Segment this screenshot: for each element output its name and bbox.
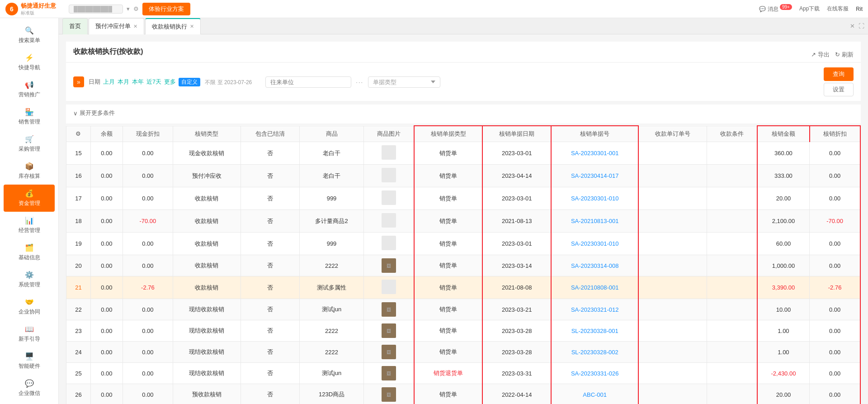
refresh-btn[interactable]: ↻ 刷新 <box>835 51 854 59</box>
cell-receipt-order-no <box>638 384 707 404</box>
sidebar-item-search[interactable]: 🔍 搜索菜单 <box>0 22 58 49</box>
tab-close-all-icon[interactable]: ✕ <box>850 23 855 29</box>
tab-collection-close[interactable]: ✕ <box>190 24 194 29</box>
cell-verify-bill-no[interactable]: SL-20230328-001 <box>551 320 638 342</box>
app-download-link[interactable]: App下载 <box>799 5 820 13</box>
verify-bill-no-link[interactable]: SA-20230314-008 <box>571 262 619 269</box>
cell-verify-bill-no[interactable]: ABC-001 <box>551 384 638 404</box>
sidebar-label-quick: 快捷导航 <box>19 64 40 71</box>
cell-num: 25 <box>66 363 91 384</box>
table-row: 250.000.00现结收款核销否测试jun🖼销货退货单2023-03-31SA… <box>66 363 861 384</box>
sidebar-item-hardware[interactable]: 🖥️ 智能硬件 <box>0 347 58 375</box>
sidebar-item-quick[interactable]: ⚡ 快捷导航 <box>0 49 58 76</box>
sidebar-item-basic[interactable]: 🗂️ 基础信息 <box>0 239 58 266</box>
cell-verify-discount: -70.00 <box>810 210 860 233</box>
sidebar-item-purchase[interactable]: 🛒 采购管理 <box>0 130 58 157</box>
marketing-icon: 📢 <box>25 81 34 89</box>
sidebar-item-corp[interactable]: 🤝 企业协同 <box>0 293 58 320</box>
product-thumbnail <box>382 190 396 205</box>
sidebar-item-wechat[interactable]: 💬 企业微信 <box>0 375 58 402</box>
setting-btn[interactable]: 设置 <box>824 83 854 96</box>
tab-prepay-close[interactable]: ✕ <box>133 24 137 29</box>
cell-verify-bill-type: 销货单 <box>414 210 483 233</box>
this-year-link[interactable]: 本年 <box>132 78 144 86</box>
cell-verify-bill-no[interactable]: SL-20230328-002 <box>551 342 638 363</box>
cell-verify-bill-no[interactable]: SA-20230331-026 <box>551 363 638 384</box>
tab-bar-right: ✕ ⛶ <box>850 23 864 29</box>
query-btn[interactable]: 查询 <box>824 67 854 81</box>
cell-verify-bill-no[interactable]: SA-20230301-010 <box>551 233 638 255</box>
tab-collection[interactable]: 收款核销执行 ✕ <box>145 18 201 34</box>
more-date-link[interactable]: 更多 <box>164 78 176 86</box>
company-dropdown-icon[interactable]: ▾ <box>127 5 130 12</box>
settings-icon[interactable]: ⚙ <box>133 5 139 12</box>
cell-num: 18 <box>66 210 91 233</box>
sidebar-item-business[interactable]: 📊 经营管理 <box>0 212 58 239</box>
tab-home[interactable]: 首页 <box>62 18 88 34</box>
th-settings[interactable]: ⚙ <box>66 126 91 142</box>
cell-verify-bill-no[interactable]: SA-20210808-001 <box>551 276 638 299</box>
table-row: 220.000.00现结收款核销否测试jun🖼销货单2023-03-21SA-2… <box>66 299 861 320</box>
cell-verify-bill-no[interactable]: SA-20210813-001 <box>551 210 638 233</box>
verify-bill-no-link[interactable]: SA-20230331-026 <box>571 370 619 377</box>
product-thumbnail <box>382 213 396 228</box>
filter-toggle-btn[interactable]: » <box>73 76 84 87</box>
last-month-link[interactable]: 上月 <box>103 78 115 86</box>
cell-verify-bill-no[interactable]: SA-20230301-001 <box>551 142 638 165</box>
sidebar-item-inventory[interactable]: 📦 库存核算 <box>0 157 58 185</box>
cell-verify-bill-type: 销货单 <box>414 255 483 276</box>
sidebar-item-guide[interactable]: 📖 新手引导 <box>0 320 58 347</box>
tab-prepay[interactable]: 预付冲应付单 ✕ <box>89 18 144 34</box>
sidebar-item-sales[interactable]: 🏪 销售管理 <box>0 103 58 130</box>
sidebar-item-member[interactable]: V 畅会员 <box>0 402 58 404</box>
tab-expand-icon[interactable]: ⛶ <box>859 23 864 29</box>
sidebar-item-marketing[interactable]: 📢 营销推广 <box>0 76 58 103</box>
cell-verify-bill-no[interactable]: SA-20230301-010 <box>551 187 638 210</box>
verify-bill-no-link[interactable]: SA-20230301-010 <box>571 240 619 247</box>
cell-verify-bill-no[interactable]: SA-20230321-012 <box>551 299 638 320</box>
verify-bill-no-link[interactable]: SA-20210808-001 <box>571 284 619 291</box>
cell-product-img: 🖼 <box>363 255 414 276</box>
custom-date-badge[interactable]: 自定义 <box>179 78 200 86</box>
cell-verify-amount: 20.00 <box>757 384 810 404</box>
cell-verify-discount: 0.00 <box>810 142 860 165</box>
quick-icon: ⚡ <box>25 53 34 62</box>
refresh-icon: ↻ <box>835 51 840 58</box>
verify-bill-no-link[interactable]: ABC-001 <box>583 391 607 398</box>
page-content: 收款核销执行(按收款) ↗ 导出 ↻ 刷新 » 日期 上月 <box>59 34 868 404</box>
cell-verify-amount: 333.00 <box>757 165 810 187</box>
verify-bill-no-link[interactable]: SA-20230301-010 <box>571 195 619 202</box>
cell-verify-type: 现结收款核销 <box>173 342 241 363</box>
partner-input[interactable] <box>265 76 351 88</box>
search-icon: 🔍 <box>25 26 34 35</box>
main-content: 首页 预付冲应付单 ✕ 收款核销执行 ✕ ✕ ⛶ 收款核销执行(按收款) <box>59 18 868 404</box>
user-name[interactable]: Rit <box>856 6 863 12</box>
cell-verify-bill-no[interactable]: SA-20230414-017 <box>551 165 638 187</box>
sidebar: 🔍 搜索菜单 ⚡ 快捷导航 📢 营销推广 🏪 销售管理 🛒 采购管理 📦 库存核… <box>0 18 59 404</box>
column-settings-icon[interactable]: ⚙ <box>75 130 81 137</box>
verify-bill-no-link[interactable]: SL-20230328-002 <box>571 349 618 356</box>
verify-bill-no-link[interactable]: SA-20230414-017 <box>571 172 619 179</box>
this-month-link[interactable]: 本月 <box>118 78 129 86</box>
message-link[interactable]: 💬 消息 99+ <box>759 5 792 13</box>
expand-more-btn[interactable]: ∨ 展开更多条件 <box>73 109 854 117</box>
cell-verify-bill-type: 销货单 <box>414 320 483 342</box>
tab-prepay-label: 预付冲应付单 <box>95 22 131 30</box>
cell-verify-discount: 0.00 <box>810 320 860 342</box>
cell-verify-bill-no[interactable]: SA-20230314-008 <box>551 255 638 276</box>
sidebar-item-finance[interactable]: 💰 资金管理 <box>4 185 55 212</box>
sidebar-item-system[interactable]: ⚙️ 系统管理 <box>0 266 58 293</box>
verify-bill-no-link[interactable]: SL-20230328-001 <box>571 328 618 334</box>
verify-bill-no-link[interactable]: SA-20230321-012 <box>571 306 619 313</box>
cell-num: 23 <box>66 320 91 342</box>
industry-btn[interactable]: 体验行业方案 <box>142 3 190 15</box>
finance-icon: 💰 <box>25 189 34 198</box>
verify-bill-no-link[interactable]: SA-20210813-001 <box>571 218 619 224</box>
export-btn[interactable]: ↗ 导出 <box>811 51 830 59</box>
cell-verify-discount: 0.00 <box>810 165 860 187</box>
bill-type-select[interactable]: 单据类型 <box>368 76 440 88</box>
cell-num: 17 <box>66 187 91 210</box>
last7days-link[interactable]: 近7天 <box>146 78 161 86</box>
online-service-link[interactable]: 在线客服 <box>827 5 849 13</box>
verify-bill-no-link[interactable]: SA-20230301-001 <box>571 150 619 157</box>
